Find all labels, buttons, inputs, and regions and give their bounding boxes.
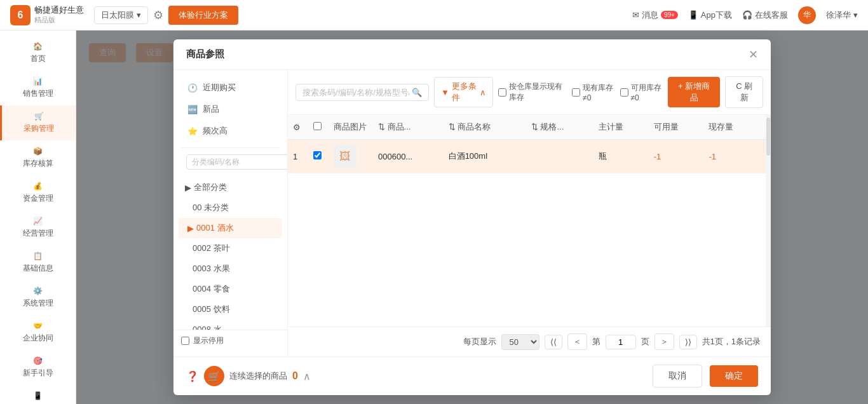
messages-nav[interactable]: ✉ 消息 99+ bbox=[632, 10, 678, 21]
page-number-input[interactable] bbox=[606, 335, 636, 349]
modal-overlay: 商品参照 ✕ 🕐 近期购买 🆕 bbox=[76, 30, 868, 404]
topbar-right: ✉ 消息 99+ 📱 App下载 🎧 在线客服 华 徐泽华 ▾ bbox=[632, 6, 858, 24]
refresh-button[interactable]: C 刷新 bbox=[725, 76, 763, 108]
sidebar-item-inventory[interactable]: 📦 库存核算 bbox=[0, 140, 76, 175]
modal-close-button[interactable]: ✕ bbox=[749, 49, 758, 60]
triangle-icon: ▶ bbox=[185, 183, 191, 192]
gear-icon[interactable]: ⚙ bbox=[153, 8, 163, 22]
cancel-button[interactable]: 取消 bbox=[653, 365, 702, 387]
row-select-checkbox[interactable] bbox=[313, 151, 322, 159]
sidebar-item-enterprise[interactable]: 🤝 企业协同 bbox=[0, 315, 76, 350]
clock-icon: 🕐 bbox=[187, 83, 198, 93]
active-arrow-icon: ▶ bbox=[187, 224, 194, 233]
user-name-nav[interactable]: 徐泽华 ▾ bbox=[826, 10, 858, 21]
add-product-button[interactable]: + 新增商品 bbox=[668, 77, 720, 107]
user-name: 徐泽华 bbox=[826, 10, 851, 21]
total-info: 共1页，1条记录 bbox=[702, 336, 761, 347]
show-disabled-toggle[interactable]: 显示停用 bbox=[173, 330, 287, 351]
row-checkbox[interactable] bbox=[308, 140, 329, 173]
category-item-00[interactable]: 00 未分类 bbox=[179, 198, 282, 218]
product-panel: 🔍 ▼ 更多条件 ∧ 按仓库显示现有库存 bbox=[288, 70, 771, 356]
col-stock: 现存量 bbox=[703, 115, 771, 140]
sidebar-item-guide[interactable]: 🎯 新手引导 bbox=[0, 350, 76, 385]
new-products-btn[interactable]: 🆕 新品 bbox=[181, 99, 280, 119]
sidebar-label-enterprise: 企业协同 bbox=[23, 333, 53, 344]
finance-icon: 💰 bbox=[33, 182, 43, 191]
category-item-0008[interactable]: 0008 水 bbox=[179, 320, 282, 330]
col-code[interactable]: ⇅ 商品... bbox=[373, 115, 444, 140]
available-nonzero-filter[interactable]: 可用库存≠0 bbox=[620, 83, 663, 102]
product-search-input[interactable] bbox=[302, 88, 409, 97]
sidebar-label-operations: 经营管理 bbox=[23, 228, 53, 239]
help-icon[interactable]: ❓ bbox=[186, 370, 199, 382]
warehouse-stock-filter[interactable]: 按仓库显示现有库存 bbox=[498, 81, 567, 103]
app-download-nav[interactable]: 📱 App下载 bbox=[688, 10, 732, 21]
cart-button[interactable]: 🛒 bbox=[204, 366, 224, 386]
last-page-btn[interactable]: ⟩⟩ bbox=[679, 335, 697, 349]
collapse-footer-btn[interactable]: ∧ bbox=[303, 370, 311, 382]
more-filter-button[interactable]: ▼ 更多条件 ∧ bbox=[434, 77, 493, 107]
vertical-scrollbar[interactable] bbox=[766, 115, 771, 327]
sidebar-item-apps[interactable]: 📱 应用中心 bbox=[0, 385, 76, 404]
sidebar-item-home[interactable]: 🏠 首页 bbox=[0, 36, 76, 71]
filter-label: 更多条件 bbox=[452, 81, 478, 104]
frequent-btn[interactable]: ⭐ 频次高 bbox=[181, 121, 280, 141]
col-settings[interactable]: ⚙ bbox=[288, 115, 308, 140]
col-name[interactable]: ⇅ 商品名称 bbox=[444, 115, 526, 140]
row-available: -1 bbox=[649, 140, 704, 173]
sidebar-item-purchase[interactable]: 🛒 采购管理 bbox=[0, 105, 76, 140]
confirm-button[interactable]: 确定 bbox=[710, 365, 758, 387]
recent-purchases-btn[interactable]: 🕐 近期购买 bbox=[181, 77, 280, 98]
logo-text: 畅捷通好生意 bbox=[34, 5, 84, 15]
pagination-bar: 每页显示 50 20 100 ⟨⟨ ＜ 第 页 ＞ bbox=[288, 327, 771, 356]
online-service-label: 在线客服 bbox=[755, 10, 788, 21]
logo-sub: 精品版 bbox=[34, 15, 84, 25]
category-search-box[interactable]: 🔍 bbox=[186, 154, 305, 170]
category-item-0002[interactable]: 0002 茶叶 bbox=[179, 238, 282, 259]
col-spec[interactable]: ⇅ 规格... bbox=[526, 115, 593, 140]
category-item-0005[interactable]: 0005 饮料 bbox=[179, 299, 282, 320]
sidebar-item-basics[interactable]: 📋 基础信息 bbox=[0, 245, 76, 280]
next-page-btn[interactable]: ＞ bbox=[654, 333, 674, 350]
table-header-row: ⚙ 商品图片 ⇅ 商品... ⇅ 商品名称 bbox=[288, 115, 771, 140]
warehouse-stock-checkbox[interactable] bbox=[498, 88, 506, 97]
sidebar-item-sales[interactable]: 📊 销售管理 bbox=[0, 71, 76, 105]
prev-page-btn[interactable]: ＜ bbox=[567, 333, 587, 350]
sales-icon: 📊 bbox=[33, 77, 43, 86]
headset-icon: 🎧 bbox=[742, 10, 752, 20]
nonzero-stock-checkbox[interactable] bbox=[572, 88, 580, 97]
product-search-bar[interactable]: 🔍 bbox=[295, 84, 429, 101]
row-stock: -1 bbox=[703, 140, 771, 173]
messages-badge: 99+ bbox=[661, 11, 678, 19]
topbar: 6 畅捷通好生意 精品版 日太阳膜 ▾ ⚙ 体验行业方案 ✉ 消息 99+ 📱 … bbox=[0, 0, 868, 30]
show-disabled-label: 显示停用 bbox=[193, 335, 224, 346]
category-all[interactable]: ▶ 全部分类 bbox=[179, 177, 282, 198]
col-image: 商品图片 bbox=[329, 115, 373, 140]
page-label: 第 bbox=[592, 336, 600, 347]
user-chevron-icon: ▾ bbox=[853, 10, 858, 20]
first-page-btn[interactable]: ⟨⟨ bbox=[545, 335, 562, 349]
sidebar-item-operations[interactable]: 📈 经营管理 bbox=[0, 210, 76, 245]
category-tree: ▶ 全部分类 00 未分类 ▶ 0001 酒水 0002 茶 bbox=[173, 177, 287, 330]
category-item-0004[interactable]: 0004 零食 bbox=[179, 279, 282, 299]
category-item-0001[interactable]: ▶ 0001 酒水 bbox=[179, 218, 282, 238]
available-nonzero-checkbox[interactable] bbox=[620, 88, 628, 97]
category-search-input[interactable] bbox=[192, 158, 287, 166]
table-row[interactable]: 1 🖼 bbox=[288, 140, 771, 173]
filter-icon: ▼ bbox=[441, 88, 449, 97]
guide-icon: 🎯 bbox=[33, 356, 43, 365]
online-service-nav[interactable]: 🎧 在线客服 bbox=[742, 10, 788, 21]
sidebar-item-finance[interactable]: 💰 资金管理 bbox=[0, 175, 76, 210]
user-avatar[interactable]: 华 bbox=[798, 6, 816, 24]
show-disabled-checkbox[interactable] bbox=[181, 337, 189, 345]
apps-icon: 📱 bbox=[33, 391, 43, 400]
page-size-select[interactable]: 50 20 100 bbox=[501, 334, 539, 350]
nonzero-stock-filter[interactable]: 现有库存≠0 bbox=[572, 83, 614, 102]
store-selector[interactable]: 日太阳膜 ▾ bbox=[94, 6, 148, 24]
category-item-0003[interactable]: 0003 水果 bbox=[179, 259, 282, 279]
select-all-checkbox[interactable] bbox=[313, 122, 322, 130]
product-toolbar: 🔍 ▼ 更多条件 ∧ 按仓库显示现有库存 bbox=[288, 70, 771, 115]
sidebar-item-system[interactable]: ⚙️ 系统管理 bbox=[0, 280, 76, 315]
row-spec bbox=[526, 140, 593, 173]
trial-button[interactable]: 体验行业方案 bbox=[168, 6, 238, 25]
